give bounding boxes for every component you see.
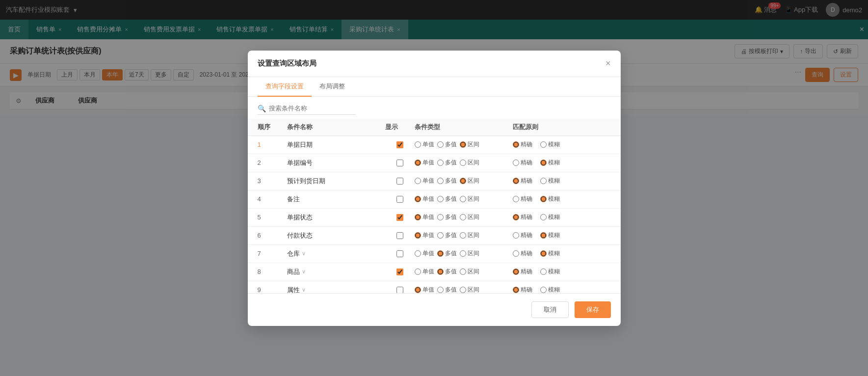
modal-tab-query-fields-label: 查询字段设置 — [265, 82, 304, 90]
modal-tabs: 查询字段设置 布局调整 — [248, 77, 621, 97]
settings-modal: 设置查询区域布局 × 查询字段设置 布局调整 🔍 顺序 条件名称 显示 — [248, 51, 621, 116]
search-icon: 🔍 — [258, 105, 266, 112]
modal-header: 设置查询区域布局 × — [248, 51, 621, 77]
modal-title: 设置查询区域布局 — [258, 59, 316, 68]
modal-overlay: 设置查询区域布局 × 查询字段设置 布局调整 🔍 顺序 条件名称 显示 — [0, 0, 868, 115]
modal-tab-layout[interactable]: 布局调整 — [312, 77, 353, 97]
search-input[interactable] — [269, 105, 356, 112]
modal-search-area: 🔍 — [248, 97, 621, 116]
modal-tab-layout-label: 布局调整 — [319, 82, 345, 90]
modal-close-btn[interactable]: × — [605, 58, 611, 69]
modal-tab-query-fields[interactable]: 查询字段设置 — [258, 77, 312, 97]
search-box: 🔍 — [258, 103, 356, 115]
